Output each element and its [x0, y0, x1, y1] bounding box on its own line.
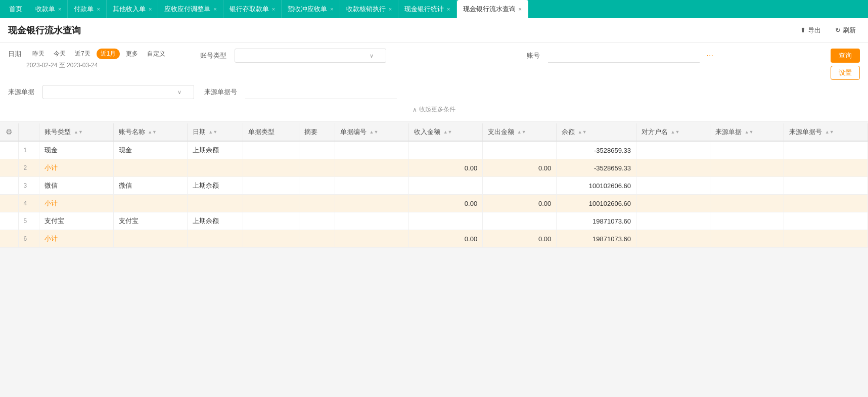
- cell-date: [187, 230, 243, 248]
- th-summary: 摘要: [299, 123, 335, 141]
- cell-doc-type: [243, 230, 299, 248]
- sort-icon: ▲▼: [370, 130, 379, 135]
- cell-expense: 0.00: [483, 159, 557, 177]
- date-label: 日期: [8, 50, 21, 59]
- th-expense[interactable]: 支出金额 ▲▼: [483, 123, 557, 141]
- date-btn-more[interactable]: 更多: [123, 49, 141, 59]
- th-balance[interactable]: 余额 ▲▼: [557, 123, 636, 141]
- cell-expense: [483, 141, 557, 159]
- cell-balance: -3528659.33: [557, 159, 636, 177]
- cell-summary: [299, 159, 335, 177]
- th-counterpart[interactable]: 对方户名 ▲▼: [636, 123, 710, 141]
- nav-tab-other-income[interactable]: 其他收入单 ×: [107, 0, 158, 18]
- account-more-button[interactable]: ···: [704, 51, 716, 60]
- cell-source-doc-no: [784, 177, 868, 195]
- close-icon[interactable]: ×: [97, 6, 100, 12]
- date-btn-yesterday[interactable]: 昨天: [29, 49, 48, 59]
- cell-source-doc: [710, 195, 784, 212]
- source-doc-select[interactable]: ∨: [42, 85, 194, 99]
- nav-tab-verify[interactable]: 收款核销执行 ×: [340, 0, 398, 18]
- cell-income: 0.00: [409, 195, 483, 212]
- close-icon[interactable]: ×: [389, 6, 392, 12]
- account-type-select[interactable]: ∨: [235, 49, 386, 63]
- close-icon[interactable]: ×: [272, 6, 275, 12]
- header-actions: ⬆ 导出 ↻ 刷新: [796, 24, 860, 37]
- date-btn-7days[interactable]: 近7天: [72, 49, 94, 59]
- gear-cell: [0, 177, 18, 195]
- collapse-filter-button[interactable]: ∧ 收起更多条件: [8, 103, 860, 116]
- cell-account-type: 支付宝: [39, 212, 113, 230]
- cell-balance: -3528659.33: [557, 141, 636, 159]
- row-num: 5: [18, 212, 39, 230]
- refresh-button[interactable]: ↻ 刷新: [831, 24, 860, 37]
- cell-summary: [299, 141, 335, 159]
- cell-counterpart: [636, 159, 710, 177]
- top-nav: 首页 收款单 × 付款单 × 其他收入单 × 应收应付调整单 × 银行存取款单 …: [0, 0, 868, 18]
- date-btn-1month[interactable]: 近1月: [97, 49, 120, 59]
- cell-date: [187, 159, 243, 177]
- cell-date: 上期余额: [187, 177, 243, 195]
- cell-doc-no: [335, 195, 408, 212]
- cell-source-doc-no: [784, 195, 868, 212]
- th-source-doc-no[interactable]: 来源单据号 ▲▼: [784, 123, 868, 141]
- table-settings-col[interactable]: ⚙: [0, 123, 18, 141]
- table-body: 1现金现金上期余额-3528659.332小计0.000.00-3528659.…: [0, 141, 868, 248]
- sort-icon: ▲▼: [74, 130, 83, 135]
- th-account-name[interactable]: 账号名称 ▲▼: [113, 123, 187, 141]
- nav-tab-bank-deposit[interactable]: 银行存取款单 ×: [223, 0, 282, 18]
- cell-doc-type: [243, 212, 299, 230]
- date-btn-custom[interactable]: 自定义: [144, 49, 168, 59]
- gear-cell: [0, 212, 18, 230]
- th-date[interactable]: 日期 ▲▼: [187, 123, 243, 141]
- cell-source-doc-no: [784, 141, 868, 159]
- close-icon[interactable]: ×: [58, 6, 61, 12]
- source-doc-label: 来源单据: [8, 87, 34, 97]
- cell-counterpart: [636, 212, 710, 230]
- cell-doc-type: [243, 177, 299, 195]
- nav-tab-stats[interactable]: 现金银行统计 ×: [398, 0, 456, 18]
- sort-icon: ▲▼: [208, 130, 217, 135]
- nav-tab-ar-adjust[interactable]: 应收应付调整单 ×: [158, 0, 223, 18]
- chevron-down-icon: ∨: [177, 89, 181, 96]
- cell-account-type: 小计: [39, 230, 113, 248]
- th-source-doc[interactable]: 来源单据 ▲▼: [710, 123, 784, 141]
- th-account-type[interactable]: 账号类型 ▲▼: [39, 123, 113, 141]
- sort-icon: ▲▼: [517, 130, 526, 135]
- gear-icon[interactable]: ⚙: [6, 127, 12, 136]
- close-icon[interactable]: ×: [447, 6, 450, 12]
- source-doc-no-item: 来源单据号: [204, 85, 397, 99]
- cell-date: [187, 195, 243, 212]
- cell-source-doc-no: [784, 230, 868, 248]
- nav-tab-flow-query[interactable]: 现金银行流水查询 ×: [457, 0, 528, 18]
- cell-expense: [483, 212, 557, 230]
- cell-balance: 19871073.60: [557, 212, 636, 230]
- close-icon[interactable]: ×: [519, 6, 522, 12]
- date-btn-today[interactable]: 今天: [51, 49, 69, 59]
- cell-doc-type: [243, 141, 299, 159]
- close-icon[interactable]: ×: [213, 6, 216, 12]
- cell-income: [409, 212, 483, 230]
- cell-expense: 0.00: [483, 195, 557, 212]
- cell-income: 0.00: [409, 159, 483, 177]
- th-income[interactable]: 收入金额 ▲▼: [409, 123, 483, 141]
- source-doc-no-input[interactable]: [245, 85, 397, 99]
- close-icon[interactable]: ×: [330, 6, 333, 12]
- nav-tab-receipts[interactable]: 收款单 ×: [29, 0, 68, 18]
- cell-counterpart: [636, 230, 710, 248]
- nav-tab-prepay[interactable]: 预收冲应收单 ×: [282, 0, 340, 18]
- table-wrap: ⚙ 账号类型 ▲▼ 账号名称 ▲▼ 日期 ▲▼ 单据类型: [0, 123, 868, 248]
- gear-cell: [0, 195, 18, 212]
- table-row: 1现金现金上期余额-3528659.33: [0, 141, 868, 159]
- th-doc-no[interactable]: 单据编号 ▲▼: [335, 123, 408, 141]
- cell-expense: [483, 177, 557, 195]
- table-row: 6小计0.000.0019871073.60: [0, 230, 868, 248]
- query-button[interactable]: 查询: [831, 49, 860, 63]
- cell-summary: [299, 177, 335, 195]
- nav-tab-payments[interactable]: 付款单 ×: [68, 0, 106, 18]
- cell-balance: 19871073.60: [557, 230, 636, 248]
- settings-button[interactable]: 设置: [831, 66, 860, 80]
- export-button[interactable]: ⬆ 导出: [796, 24, 825, 37]
- nav-home[interactable]: 首页: [2, 0, 29, 18]
- close-icon[interactable]: ×: [149, 6, 152, 12]
- sort-icon: ▲▼: [825, 130, 834, 135]
